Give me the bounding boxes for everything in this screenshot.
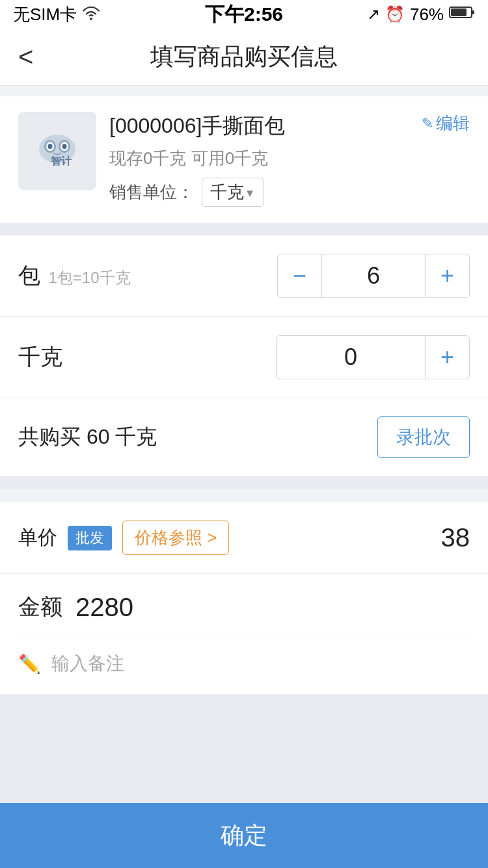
- unit-value: 千克: [210, 181, 244, 204]
- kg-qty-control: +: [276, 335, 470, 379]
- svg-rect-1: [472, 10, 474, 14]
- bag-qty-control: − +: [277, 254, 470, 298]
- amount-value: 2280: [75, 593, 133, 622]
- edit-label: 编辑: [436, 112, 470, 135]
- bag-decrease-button[interactable]: −: [277, 254, 321, 298]
- product-name-row: [0000006]手撕面包 ✎ 编辑: [109, 112, 470, 141]
- price-reference-button[interactable]: 价格参照 >: [122, 521, 229, 555]
- total-row: 共购买 60 千克 录批次: [0, 398, 488, 476]
- wifi-icon: [82, 5, 100, 25]
- amount-label: 金额: [18, 592, 62, 622]
- location-icon: ↗: [367, 5, 380, 23]
- unit-label: 销售单位：: [109, 181, 194, 204]
- product-image: 智计: [18, 112, 96, 190]
- battery-label: 76%: [410, 5, 444, 25]
- price-section: 单价 批发 价格参照 > 38: [0, 502, 488, 574]
- bag-input-row: 包 1包=10千克 − +: [0, 236, 488, 317]
- product-stock: 现存0千克 可用0千克: [109, 147, 470, 170]
- status-left: 无SIM卡: [13, 3, 100, 26]
- price-value: 38: [441, 523, 470, 552]
- time-label: 下午2:56: [205, 1, 283, 28]
- price-label: 单价: [18, 524, 57, 551]
- batch-button[interactable]: 录批次: [377, 416, 470, 458]
- status-right: ↗ ⏰ 76%: [367, 5, 475, 25]
- kg-label: 千克: [18, 344, 62, 369]
- section-divider-2: [0, 476, 488, 489]
- input-section: 包 1包=10千克 − + 千克 +: [0, 236, 488, 398]
- kg-label-container: 千克: [18, 342, 276, 372]
- product-unit-row: 销售单位： 千克 ▾: [109, 178, 470, 207]
- bag-sublabel: 1包=10千克: [48, 269, 130, 286]
- back-button[interactable]: <: [18, 42, 33, 72]
- alarm-icon: ⏰: [385, 5, 405, 23]
- amount-section: 金额 2280 ✏️ 输入备注: [0, 574, 488, 694]
- unit-dropdown-icon: ▾: [247, 185, 253, 200]
- price-badge: 批发: [68, 526, 112, 550]
- product-card: 智计 [0000006]手撕面包 ✎ 编辑 现存0千克 可用0千克 销售单位： …: [0, 96, 488, 223]
- product-logo-icon: 智计: [34, 128, 80, 174]
- status-bar: 无SIM卡 下午2:56 ↗ ⏰ 76%: [0, 0, 488, 29]
- svg-text:智计: 智计: [50, 156, 72, 167]
- bag-label: 包: [18, 263, 40, 288]
- battery-icon: [449, 5, 475, 23]
- unit-select[interactable]: 千克 ▾: [202, 178, 264, 207]
- amount-row: 金额 2280: [18, 592, 470, 622]
- bag-label-container: 包 1包=10千克: [18, 261, 277, 291]
- remark-row[interactable]: ✏️ 输入备注: [18, 638, 470, 694]
- section-divider-1: [0, 223, 488, 236]
- product-info: [0000006]手撕面包 ✎ 编辑 现存0千克 可用0千克 销售单位： 千克 …: [109, 112, 470, 207]
- kg-input-row: 千克 +: [0, 317, 488, 398]
- remark-placeholder[interactable]: 输入备注: [51, 651, 124, 676]
- kg-qty-input[interactable]: [276, 335, 426, 379]
- edit-icon: ✎: [422, 115, 433, 132]
- kg-increase-button[interactable]: +: [426, 335, 470, 379]
- svg-point-9: [62, 144, 67, 149]
- confirm-button[interactable]: 确定: [0, 803, 488, 868]
- price-label-row: 单价 批发 价格参照 >: [18, 521, 229, 555]
- bag-increase-button[interactable]: +: [426, 254, 470, 298]
- nav-bar: < 填写商品购买信息: [0, 29, 488, 86]
- remark-icon: ✏️: [18, 653, 41, 675]
- bag-qty-input[interactable]: [321, 254, 426, 298]
- page-title: 填写商品购买信息: [150, 41, 338, 73]
- product-name: [0000006]手撕面包: [109, 112, 422, 141]
- total-text: 共购买 60 千克: [18, 423, 157, 452]
- edit-button[interactable]: ✎ 编辑: [422, 112, 470, 135]
- svg-rect-2: [451, 8, 467, 16]
- svg-point-8: [48, 144, 53, 149]
- carrier-label: 无SIM卡: [13, 3, 77, 26]
